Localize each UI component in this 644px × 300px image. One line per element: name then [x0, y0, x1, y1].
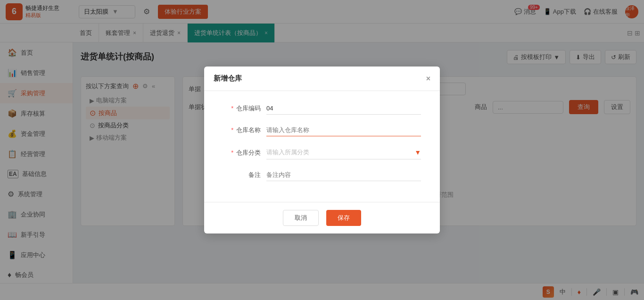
modal-footer: 取消 保存 [204, 202, 440, 233]
save-button[interactable]: 保存 [326, 210, 361, 226]
modal-title: 新增仓库 [214, 74, 242, 83]
code-label: * 仓库编码 [223, 104, 261, 113]
warehouse-category-row: * 仓库分类 请输入所属分类 ▼ [223, 146, 421, 159]
warehouse-note-input[interactable] [266, 169, 421, 181]
modal-overlay[interactable]: 新增仓库 × * 仓库编码 * 仓库名称 [0, 0, 644, 300]
category-dropdown-icon: ▼ [414, 149, 421, 156]
name-label: * 仓库名称 [223, 126, 261, 134]
warehouse-name-row: * 仓库名称 [223, 124, 421, 136]
warehouse-name-input[interactable] [266, 124, 421, 136]
warehouse-note-row: 备注 [223, 169, 421, 181]
modal-close-button[interactable]: × [426, 75, 430, 83]
warehouse-code-input[interactable] [266, 102, 421, 115]
note-label: 备注 [223, 171, 261, 179]
warehouse-category-select[interactable]: 请输入所属分类 ▼ [266, 146, 421, 159]
modal-header: 新增仓库 × [204, 67, 440, 91]
new-warehouse-modal: 新增仓库 × * 仓库编码 * 仓库名称 [204, 67, 440, 233]
category-label: * 仓库分类 [223, 149, 261, 157]
warehouse-code-row: * 仓库编码 [223, 102, 421, 115]
modal-body: * 仓库编码 * 仓库名称 * 仓库分类 请输入 [204, 91, 440, 202]
cancel-button[interactable]: 取消 [283, 210, 319, 226]
